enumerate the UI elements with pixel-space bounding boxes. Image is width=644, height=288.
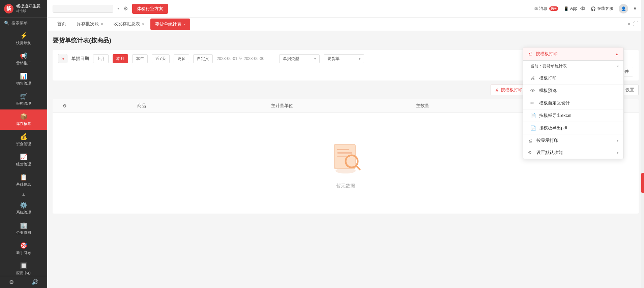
date-btn-this-year[interactable]: 本年 <box>132 54 148 63</box>
dropdown-item-export-pdf[interactable]: 📄 按模板导出pdf <box>523 122 623 134</box>
tab-receipt-summary-label: 收发存汇总表 <box>114 21 140 27</box>
settings-label: 设置 <box>625 87 634 93</box>
sidebar-item-label: 基础信息 <box>16 182 31 187</box>
maximize-icon[interactable]: ⛶ <box>633 21 639 27</box>
username-label: Rit <box>634 6 639 11</box>
sidebar-item-operations[interactable]: 📈 经营管理 <box>0 150 47 170</box>
sidebar-item-shortcut[interactable]: ⚡ 快捷导航 <box>0 29 47 49</box>
message-icon: ✉ <box>534 6 538 11</box>
shortcut-icon: ⚡ <box>20 32 27 39</box>
headset-icon: 🎧 <box>591 6 596 11</box>
topbar-search-input[interactable] <box>53 5 113 13</box>
dropdown-export-excel-icon: 📄 <box>530 113 536 118</box>
svg-rect-4 <box>337 152 352 154</box>
dropdown-item-template-design[interactable]: ✏ 模板自定义设计 <box>523 97 623 109</box>
sidebar-item-finance[interactable]: 💰 资金管理 <box>0 130 47 150</box>
system-icon: ⚙️ <box>20 201 27 209</box>
dropdown-section-default-function[interactable]: ⚙ 设置默认功能 ▾ <box>523 147 623 159</box>
scroll-up-btn[interactable]: ▲ <box>0 190 47 198</box>
tab-batch-accounts[interactable]: 库存批次账 × <box>72 18 108 30</box>
dropdown-display-print-icon: 🖨 <box>528 138 533 143</box>
table-col-product: 商品 <box>71 103 212 109</box>
search-icon: 🔍 <box>4 21 9 26</box>
date-btn-more[interactable]: 更多 <box>174 54 189 63</box>
sidebar-item-system[interactable]: ⚙️ 系统管理 <box>0 198 47 218</box>
sales-icon: 📊 <box>20 72 27 80</box>
template-print-dropdown: 🖨 按模板打印 ▲ 当前：要货单统计表 ▾ 🖨 模板打印 👁 <box>523 47 624 159</box>
date-range-display: 2023-06-01 至 2023-06-30 <box>217 56 264 62</box>
dropdown-current[interactable]: 当前：要货单统计表 ▾ <box>523 61 623 72</box>
date-btn-this-month[interactable]: 本月 <box>113 54 128 63</box>
page-title: 要货单统计表(按商品) <box>53 36 639 44</box>
sidebar-item-purchase[interactable]: 🛒 采购管理 <box>0 89 47 109</box>
sidebar-item-marketing[interactable]: 📢 营销推广 <box>0 49 47 69</box>
topbar-dropdown-icon[interactable]: ▾ <box>117 6 119 11</box>
dropdown-title: 按模板打印 <box>536 51 558 57</box>
logo-icon: 畅 <box>4 4 13 13</box>
sidebar-search[interactable]: 🔍 搜索菜单 <box>0 18 47 29</box>
sound-bottom-icon[interactable]: 🔊 <box>32 279 38 285</box>
dropdown-template-design-label: 模板自定义设计 <box>539 100 570 106</box>
marketing-icon: 📢 <box>20 52 27 60</box>
svg-line-7 <box>356 166 360 169</box>
dropdown-template-preview-icon: 👁 <box>530 88 536 93</box>
dropdown-display-print-arrow: ▾ <box>617 138 619 143</box>
svg-rect-5 <box>337 156 347 157</box>
minimize-icon[interactable]: × <box>627 21 631 27</box>
scrollbar-thumb[interactable] <box>641 173 644 193</box>
table-col-settings[interactable]: ⚙ <box>58 103 71 108</box>
dropdown-default-fn-arrow: ▾ <box>617 151 619 155</box>
trial-btn[interactable]: 体验行业方案 <box>132 4 168 14</box>
date-btn-custom[interactable]: 自定义 <box>193 54 213 63</box>
sidebar-item-label: 采购管理 <box>16 101 31 106</box>
dropdown-section-display-print[interactable]: 🖨 按显示打印 ▾ <box>523 134 623 147</box>
sidebar-item-newbie[interactable]: 🎯 新手引导 <box>0 238 47 259</box>
operations-icon: 📈 <box>20 153 27 161</box>
empty-icon <box>325 137 366 178</box>
dropdown-current-arrow: ▾ <box>617 64 619 68</box>
tab-order-summary-close[interactable]: × <box>183 22 185 26</box>
app-download-btn[interactable]: 📱 App下载 <box>564 6 585 11</box>
required-select[interactable]: 要货单 ▾ <box>324 54 364 63</box>
doc-type-select[interactable]: 单据类型 ▾ <box>279 54 320 63</box>
sidebar-item-enterprise[interactable]: 🏢 企业协同 <box>0 218 47 238</box>
sidebar-item-basic[interactable]: 📋 基础信息 <box>0 170 47 190</box>
sidebar: 畅 畅捷通好生意 标准版 🔍 搜索菜单 ⚡ 快捷导航 📢 营销推广 📊 销售管理… <box>0 0 47 288</box>
user-avatar[interactable]: 👤 <box>619 4 628 13</box>
dropdown-item-template-print[interactable]: 🖨 模板打印 <box>523 72 623 85</box>
tab-home[interactable]: 首页 <box>53 18 71 30</box>
sidebar-item-inventory[interactable]: 📦 库存核算 <box>0 109 47 130</box>
dropdown-export-pdf-label: 按模板导出pdf <box>539 125 567 131</box>
dropdown-header-icon: 🖨 <box>528 51 533 57</box>
tab-order-summary[interactable]: 要货单统计表 × <box>150 19 190 30</box>
dropdown-header[interactable]: 🖨 按模板打印 ▲ <box>523 47 623 61</box>
filter-expand-btn[interactable]: » <box>58 54 67 63</box>
date-btn-prev-month[interactable]: 上月 <box>93 54 109 63</box>
message-btn[interactable]: ✉ 消息 99+ <box>534 6 558 11</box>
dropdown-template-design-icon: ✏ <box>530 100 536 106</box>
online-service-btn[interactable]: 🎧 在线客服 <box>591 6 613 11</box>
main-area: ▾ ⚙ 体验行业方案 ✉ 消息 99+ 📱 App下载 🎧 在线客服 👤 Rit <box>47 0 644 288</box>
tab-receipt-summary[interactable]: 收发存汇总表 × <box>109 18 149 30</box>
tab-batch-accounts-close[interactable]: × <box>101 22 103 26</box>
tab-receipt-summary-close[interactable]: × <box>142 22 144 26</box>
dropdown-template-preview-label: 模板预览 <box>539 88 557 94</box>
sidebar-item-sales[interactable]: 📊 销售管理 <box>0 69 47 89</box>
topbar-settings-icon[interactable]: ⚙ <box>123 5 128 12</box>
appstore-icon: 🔲 <box>20 262 27 269</box>
enterprise-icon: 🏢 <box>20 222 27 229</box>
app-logo: 畅 畅捷通好生意 标准版 <box>0 0 47 18</box>
page-content: 要货单统计表(按商品) » 单据日期 上月 本月 本年 近7天 更多 自定义 2… <box>47 31 644 288</box>
right-scrollbar[interactable] <box>641 0 644 288</box>
finance-icon: 💰 <box>20 133 27 140</box>
sidebar-item-appstore[interactable]: 🔲 应用中心 <box>0 259 47 276</box>
dropdown-item-template-preview[interactable]: 👁 模板预览 <box>523 85 623 97</box>
dropdown-section-left-2: ⚙ 设置默认功能 <box>528 150 563 156</box>
sidebar-item-label: 资金管理 <box>16 141 31 147</box>
date-btn-7days[interactable]: 近7天 <box>152 54 170 63</box>
printer-icon: 🖨 <box>495 88 499 93</box>
dropdown-item-export-excel[interactable]: 📄 按模板导出excel <box>523 109 623 122</box>
sidebar-item-label: 库存核算 <box>16 121 31 126</box>
settings-bottom-icon[interactable]: ⚙ <box>9 279 14 285</box>
sidebar-bottom: ⚙ 🔊 <box>0 276 47 288</box>
